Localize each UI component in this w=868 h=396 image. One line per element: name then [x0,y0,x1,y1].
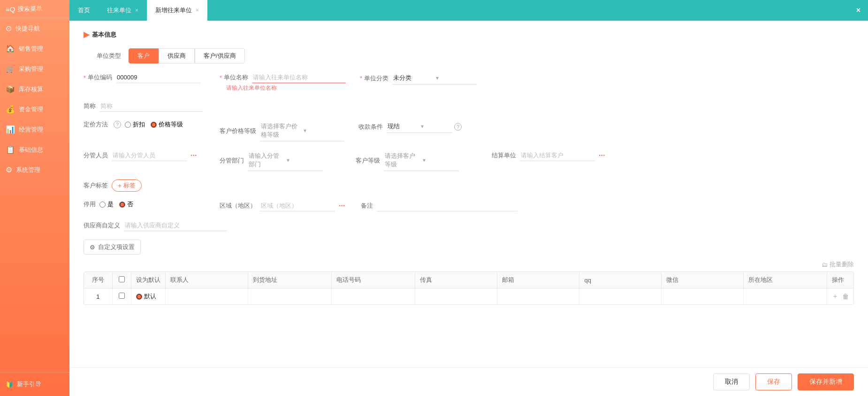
pricing-discount-radio-input[interactable] [125,122,131,128]
fax-input[interactable] [420,293,492,300]
qq-input[interactable] [584,293,656,300]
sidebar-item-label: 库存核算 [19,85,43,93]
cell-phone[interactable] [331,288,415,305]
add-row-icon[interactable]: ＋ [832,292,838,301]
sidebar-item-system[interactable]: ⚙ 系统管理 [0,160,69,180]
sidebar-item-inventory[interactable]: 📦 库存核算 [0,79,69,99]
sidebar-item-label: 经营管理 [19,125,43,134]
cell-address[interactable] [248,288,332,305]
cancel-button[interactable]: 取消 [713,373,750,390]
tab-contacts[interactable]: 往来单位 × [99,0,147,21]
disabled-yes-radio-input[interactable] [99,202,106,208]
pricing-level-radio[interactable]: 价格等级 [151,120,183,129]
type-btn-both[interactable]: 客户/供应商 [195,48,245,63]
short-name-input[interactable] [99,101,203,112]
wechat-input[interactable] [666,293,739,300]
cell-seq: 1 [84,288,112,305]
add-tag-button[interactable]: + 标签 [112,179,142,192]
col-default: 设为默认 [131,272,165,288]
sidebar-item-basic-info[interactable]: 📋 基础信息 [0,140,69,160]
chevron-down-icon: ▾ [304,127,343,134]
cell-area[interactable] [744,288,827,305]
col-checkbox[interactable] [112,272,131,288]
delete-row-icon[interactable]: 🗑 [842,293,849,300]
customer-price-level-select[interactable]: 请选择客户价格等级 ▾ [260,120,344,141]
field-payment-terms: 收款条件 现结 ▾ ? [358,120,480,133]
sidebar-item-finance[interactable]: 💰 资金管理 [0,99,69,119]
payment-terms-select[interactable]: 现结 ▾ [387,120,452,133]
gear-icon: ⚙ [90,244,95,251]
disabled-no-radio[interactable]: 否 [119,200,133,209]
dept-select[interactable]: 请输入分管部门 ▾ [248,150,323,171]
sidebar-item-sales[interactable]: 🏠 销售管理 [0,39,69,59]
region-more-button[interactable]: ··· [337,202,347,210]
disabled-yes-label: 是 [107,200,114,209]
cell-wechat[interactable] [661,288,743,305]
contact-table: 序号 设为默认 联系人 到货地址 电话号码 传真 邮箱 qq 微信 所在地区 [84,272,854,305]
contact-input[interactable] [170,293,244,300]
tab-close-contacts[interactable]: × [135,7,138,14]
tab-close-new-contact[interactable]: × [196,7,199,14]
save-button[interactable]: 保存 [755,373,792,390]
supplier-custom-input[interactable] [124,220,227,231]
unit-name-input[interactable] [252,72,346,83]
cell-email[interactable] [497,288,579,305]
cell-checkbox[interactable] [112,288,131,305]
payment-terms-help-icon[interactable]: ? [454,123,462,131]
tab-home[interactable]: 首页 [69,0,99,21]
disabled-no-radio-input[interactable] [119,202,125,208]
system-icon: ⚙ [6,165,12,174]
cell-default: 默认 [131,288,165,305]
address-input[interactable] [253,293,327,300]
area-input[interactable] [748,293,822,300]
sidebar-item-guide[interactable]: 🔰 新手引导 [0,376,69,392]
sidebar-item-operations[interactable]: 📊 经营管理 [0,119,69,140]
batch-delete-icon: 🗂 [822,261,828,268]
cell-fax[interactable] [415,288,497,305]
default-radio-label[interactable]: 默认 [136,292,160,301]
default-radio-input[interactable] [136,294,142,300]
customer-level-placeholder: 请选择客户等级 [385,152,420,169]
unit-name-label: 单位名称 [224,73,248,82]
email-input[interactable] [502,293,574,300]
phone-input[interactable] [336,293,410,300]
disabled-yes-radio[interactable]: 是 [99,200,114,209]
search-menu-button[interactable]: ≡Q 搜索菜单 [0,0,69,18]
customer-level-select[interactable]: 请选择客户等级 ▾ [384,150,459,171]
unit-category-label: 单位分类 [364,74,388,83]
unit-name-error: 请输入往来单位名称 [226,84,277,92]
customer-level-label: 客户等级 [356,156,380,165]
unit-category-select[interactable]: 未分类 ▾ [392,72,477,85]
close-all-tabs-button[interactable]: × [856,6,860,15]
sidebar-item-label: 新手引导 [17,380,41,388]
select-all-checkbox[interactable] [119,276,125,282]
manager-input[interactable] [112,150,187,161]
tab-label: 往来单位 [107,6,131,15]
row-supplier-custom: 供应商自定义 [84,220,854,231]
required-star: * [360,75,362,82]
type-btn-supplier[interactable]: 供应商 [159,48,195,63]
settlement-unit-more-button[interactable]: ··· [597,151,607,160]
region-input[interactable] [260,200,335,211]
unit-code-input[interactable] [116,72,200,83]
type-btn-customer[interactable]: 客户 [129,48,159,63]
row-tags: 客户标签 + 标签 [84,179,854,192]
cell-qq[interactable] [579,288,661,305]
cell-contact[interactable] [165,288,248,305]
batch-delete-button[interactable]: 🗂 批量删除 [822,260,854,269]
manager-more-button[interactable]: ··· [189,151,198,160]
custom-settings-button[interactable]: ⚙ 自定义项设置 [84,240,141,255]
tab-new-contact[interactable]: 新增往来单位 × [147,0,207,21]
col-wechat: 微信 [661,272,743,288]
sidebar-item-quick-nav[interactable]: ⊙ 快捷导航 [0,18,69,39]
remark-input[interactable] [377,200,518,211]
row-checkbox[interactable] [119,293,125,299]
sidebar-item-purchase[interactable]: 🛒 采购管理 [0,59,69,79]
pricing-discount-radio[interactable]: 折扣 [125,120,145,129]
pricing-level-radio-input[interactable] [151,122,157,128]
save-new-button[interactable]: 保存并新增 [798,373,854,390]
section-title: ▶ 基本信息 [84,30,854,39]
dept-placeholder: 请输入分管部门 [249,152,284,169]
settlement-unit-input[interactable] [520,150,595,161]
pricing-help-icon[interactable]: ? [114,121,121,128]
